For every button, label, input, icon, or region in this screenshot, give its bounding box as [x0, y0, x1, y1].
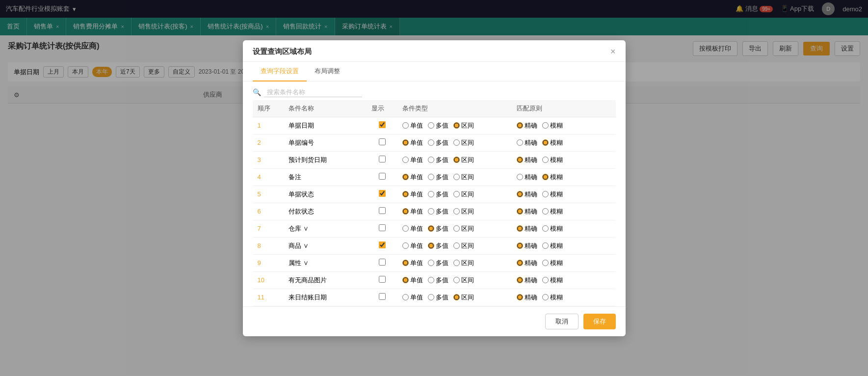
type-radio[interactable]: [428, 208, 434, 215]
show-checkbox[interactable]: [379, 259, 386, 266]
type-radio-item[interactable]: 多值: [428, 293, 448, 302]
type-radio-item[interactable]: 单值: [402, 276, 423, 285]
type-radio-item[interactable]: 单值: [402, 138, 423, 147]
match-radio-item[interactable]: 精确: [517, 190, 537, 199]
type-radio[interactable]: [402, 139, 409, 146]
type-radio[interactable]: [453, 225, 460, 232]
type-radio[interactable]: [453, 191, 460, 197]
type-radio-item[interactable]: 多值: [428, 190, 448, 199]
match-radio[interactable]: [517, 277, 523, 283]
type-radio[interactable]: [428, 139, 434, 146]
type-radio-item[interactable]: 单值: [402, 121, 423, 130]
type-radio[interactable]: [402, 208, 409, 215]
type-radio-item[interactable]: 单值: [402, 242, 423, 250]
type-radio[interactable]: [402, 225, 409, 232]
show-checkbox[interactable]: [379, 156, 386, 162]
search-input[interactable]: [264, 87, 362, 97]
match-radio[interactable]: [542, 260, 549, 266]
type-radio[interactable]: [453, 277, 460, 283]
show-checkbox[interactable]: [379, 121, 386, 128]
match-radio-item[interactable]: 精确: [517, 138, 537, 147]
type-radio-item[interactable]: 多值: [428, 156, 448, 164]
match-radio-item[interactable]: 精确: [517, 259, 537, 268]
type-radio[interactable]: [453, 208, 460, 215]
type-radio[interactable]: [402, 242, 409, 249]
type-radio-item[interactable]: 多值: [428, 276, 448, 285]
type-radio[interactable]: [428, 242, 434, 249]
type-radio[interactable]: [453, 157, 460, 163]
match-radio[interactable]: [542, 208, 549, 215]
modal-close-btn[interactable]: ×: [610, 47, 616, 56]
show-checkbox[interactable]: [379, 173, 386, 180]
cancel-btn[interactable]: 取消: [545, 314, 579, 329]
match-radio-item[interactable]: 模糊: [542, 173, 563, 182]
type-radio-item[interactable]: 多值: [428, 224, 448, 233]
type-radio-item[interactable]: 区间: [453, 121, 474, 130]
match-radio[interactable]: [517, 157, 523, 163]
type-radio[interactable]: [428, 260, 434, 266]
match-radio[interactable]: [542, 174, 549, 180]
match-radio-item[interactable]: 模糊: [542, 224, 563, 233]
type-radio[interactable]: [453, 242, 460, 249]
type-radio-item[interactable]: 区间: [453, 293, 474, 302]
type-radio-item[interactable]: 单值: [402, 259, 423, 268]
type-radio-item[interactable]: 单值: [402, 190, 423, 199]
type-radio[interactable]: [402, 191, 409, 197]
type-radio-item[interactable]: 多值: [428, 242, 448, 250]
type-radio[interactable]: [402, 174, 409, 180]
match-radio[interactable]: [542, 157, 549, 163]
type-radio-item[interactable]: 多值: [428, 138, 448, 147]
type-radio[interactable]: [453, 122, 460, 129]
type-radio-item[interactable]: 区间: [453, 173, 474, 182]
match-radio-item[interactable]: 精确: [517, 156, 537, 164]
match-radio-item[interactable]: 精确: [517, 276, 537, 285]
type-radio-item[interactable]: 多值: [428, 207, 448, 216]
match-radio[interactable]: [517, 294, 523, 300]
type-radio-item[interactable]: 单值: [402, 224, 423, 233]
type-radio[interactable]: [428, 294, 434, 300]
type-radio-item[interactable]: 区间: [453, 259, 474, 268]
show-checkbox[interactable]: [379, 190, 386, 197]
type-radio[interactable]: [428, 191, 434, 197]
modal-tab-layout[interactable]: 布局调整: [307, 62, 348, 81]
show-checkbox[interactable]: [379, 207, 386, 214]
match-radio[interactable]: [517, 260, 523, 266]
type-radio-item[interactable]: 区间: [453, 156, 474, 164]
type-radio[interactable]: [453, 260, 460, 266]
type-radio[interactable]: [428, 277, 434, 283]
type-radio-item[interactable]: 单值: [402, 207, 423, 216]
match-radio-item[interactable]: 模糊: [542, 138, 563, 147]
type-radio-item[interactable]: 单值: [402, 156, 423, 164]
match-radio-item[interactable]: 模糊: [542, 156, 563, 164]
match-radio[interactable]: [517, 191, 523, 197]
match-radio-item[interactable]: 精确: [517, 207, 537, 216]
type-radio[interactable]: [402, 122, 409, 129]
match-radio-item[interactable]: 模糊: [542, 242, 563, 250]
type-radio[interactable]: [428, 174, 434, 180]
show-checkbox[interactable]: [379, 138, 386, 145]
match-radio[interactable]: [517, 208, 523, 215]
type-radio[interactable]: [402, 294, 409, 300]
show-checkbox[interactable]: [379, 242, 386, 248]
match-radio-item[interactable]: 模糊: [542, 190, 563, 199]
type-radio[interactable]: [453, 139, 460, 146]
type-radio[interactable]: [453, 294, 460, 300]
match-radio[interactable]: [542, 242, 549, 249]
match-radio-item[interactable]: 精确: [517, 173, 537, 182]
match-radio[interactable]: [517, 122, 523, 129]
show-checkbox[interactable]: [379, 224, 386, 231]
type-radio[interactable]: [402, 157, 409, 163]
show-checkbox[interactable]: [379, 293, 386, 300]
save-btn[interactable]: 保存: [583, 314, 616, 329]
match-radio-item[interactable]: 模糊: [542, 207, 563, 216]
show-checkbox[interactable]: [379, 276, 386, 283]
type-radio[interactable]: [453, 174, 460, 180]
match-radio-item[interactable]: 精确: [517, 242, 537, 250]
type-radio-item[interactable]: 单值: [402, 293, 423, 302]
match-radio-item[interactable]: 精确: [517, 293, 537, 302]
match-radio[interactable]: [542, 277, 549, 283]
match-radio-item[interactable]: 模糊: [542, 293, 563, 302]
type-radio-item[interactable]: 区间: [453, 224, 474, 233]
match-radio[interactable]: [542, 191, 549, 197]
type-radio-item[interactable]: 多值: [428, 121, 448, 130]
